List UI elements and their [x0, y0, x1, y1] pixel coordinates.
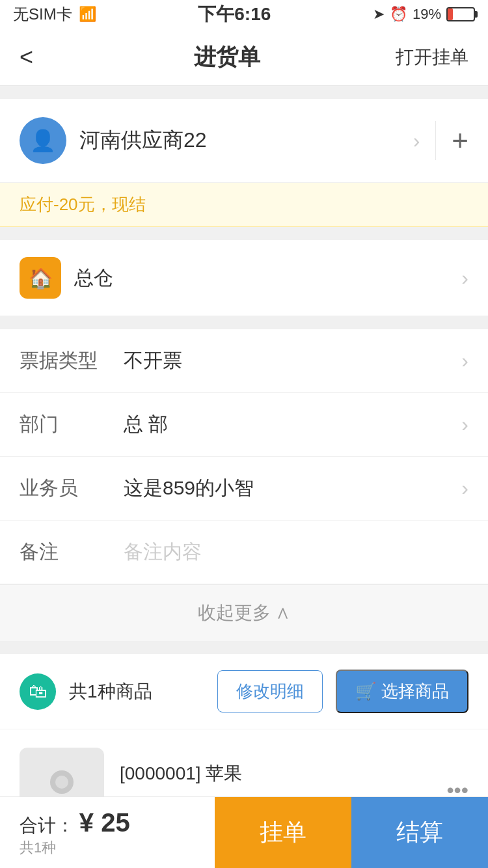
- svg-point-1: [55, 776, 68, 789]
- product-title-text: 苹果: [206, 763, 242, 783]
- warehouse-row[interactable]: 🏠 总仓 ›: [0, 240, 488, 316]
- footer-total: 合计： ¥ 25 共1种: [0, 808, 215, 858]
- supplier-row: 👤 河南供应商22 › +: [0, 99, 488, 183]
- edit-detail-button[interactable]: 修改明细: [217, 670, 323, 712]
- department-value: 总 部: [111, 411, 461, 438]
- form-section: 票据类型 不开票 › 部门 总 部 › 业务员 这是859的小智 › 备注 备注…: [0, 329, 488, 584]
- add-button[interactable]: +: [452, 124, 468, 157]
- open-pending-button[interactable]: 打开挂单: [396, 45, 468, 70]
- note-row[interactable]: 备注 备注内容: [0, 521, 488, 584]
- status-left: 无SIM卡 📶: [13, 4, 96, 25]
- divider-2: [0, 316, 488, 329]
- product-code: [0000001]: [120, 763, 201, 783]
- alarm-icon: ⏰: [390, 6, 407, 23]
- warehouse-icon: 🏠: [20, 257, 61, 299]
- salesperson-row[interactable]: 业务员 这是859的小智 ›: [0, 457, 488, 521]
- battery-percent: 19%: [413, 6, 441, 23]
- battery-fill: [448, 8, 453, 20]
- hang-button-label: 挂单: [260, 817, 306, 848]
- divider-1: [0, 227, 488, 240]
- products-count: 共1种商品: [69, 679, 204, 704]
- warehouse-section: 🏠 总仓 ›: [0, 240, 488, 316]
- invoice-chevron-icon: ›: [461, 349, 468, 373]
- carrier-text: 无SIM卡: [13, 4, 72, 25]
- settle-button[interactable]: 结算: [351, 797, 488, 869]
- status-time: 下午6:16: [198, 2, 271, 27]
- products-header: 🛍 共1种商品 修改明细 🛒 选择商品: [0, 654, 488, 729]
- warehouse-name: 总仓: [74, 265, 461, 292]
- location-icon: ➤: [373, 6, 385, 23]
- total-amount: ¥ 25: [79, 808, 130, 837]
- top-divider: [0, 86, 488, 99]
- supplier-chevron-icon: ›: [413, 129, 420, 153]
- status-bar: 无SIM卡 📶 下午6:16 ➤ ⏰ 19%: [0, 0, 488, 29]
- salesperson-value: 这是859的小智: [111, 475, 461, 502]
- notice-text: 应付-20元，现结: [20, 195, 146, 214]
- nav-bar: < 进货单 打开挂单: [0, 29, 488, 86]
- hang-button[interactable]: 挂单: [215, 797, 351, 869]
- note-placeholder: 备注内容: [111, 539, 468, 565]
- vertical-divider: [435, 121, 436, 160]
- page-title: 进货单: [194, 42, 260, 72]
- invoice-type-row[interactable]: 票据类型 不开票 ›: [0, 329, 488, 393]
- supplier-name: 河南供应商22: [79, 126, 413, 155]
- select-product-label: 选择商品: [381, 680, 449, 703]
- select-product-icon: 🛒: [355, 681, 376, 701]
- back-button[interactable]: <: [20, 44, 59, 71]
- select-product-button[interactable]: 🛒 选择商品: [336, 670, 468, 713]
- footer-count: 共1种: [20, 838, 195, 858]
- collapse-row[interactable]: 收起更多 ∧: [0, 584, 488, 641]
- wifi-icon: 📶: [79, 6, 96, 23]
- footer: 合计： ¥ 25 共1种 挂单 结算: [0, 796, 488, 868]
- footer-total-row: 合计： ¥ 25: [20, 808, 195, 838]
- notice-bar: 应付-20元，现结: [0, 183, 488, 227]
- warehouse-chevron-icon: ›: [461, 266, 468, 290]
- total-label: 合计：: [20, 815, 74, 835]
- invoice-type-value: 不开票: [111, 347, 461, 374]
- avatar-icon: 👤: [30, 128, 56, 153]
- products-icon: 🛍: [20, 673, 56, 710]
- status-right: ➤ ⏰ 19%: [373, 6, 475, 23]
- divider-3: [0, 641, 488, 654]
- cart-icon: 🛍: [29, 681, 47, 702]
- house-icon: 🏠: [29, 267, 53, 290]
- invoice-type-label: 票据类型: [20, 347, 111, 374]
- battery-icon: [446, 7, 475, 21]
- product-name: [0000001] 苹果: [120, 761, 431, 786]
- salesperson-chevron-icon: ›: [461, 476, 468, 500]
- department-chevron-icon: ›: [461, 413, 468, 437]
- salesperson-label: 业务员: [20, 475, 111, 502]
- department-row[interactable]: 部门 总 部 ›: [0, 393, 488, 457]
- settle-button-label: 结算: [396, 817, 443, 848]
- note-label: 备注: [20, 539, 111, 565]
- supplier-avatar: 👤: [20, 117, 66, 164]
- supplier-section: 👤 河南供应商22 › + 应付-20元，现结: [0, 99, 488, 227]
- collapse-text: 收起更多 ∧: [198, 601, 291, 625]
- department-label: 部门: [20, 411, 111, 438]
